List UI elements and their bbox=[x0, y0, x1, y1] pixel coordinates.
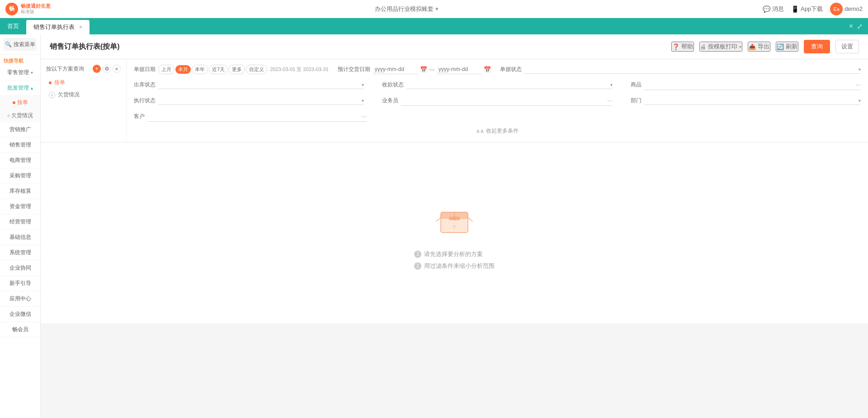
empty-tip-2: 2 用过滤条件来缩小分析范围 bbox=[414, 260, 495, 272]
sidebar-sub-item-orders[interactable]: 按单 bbox=[0, 96, 40, 109]
sidebar-sub-item-backorder[interactable]: ○ 欠货情况 bbox=[0, 109, 40, 122]
refresh-btn[interactable]: 🔄 刷新 bbox=[776, 42, 798, 52]
sidebar-item-enterprise-label: 企业协同 bbox=[9, 265, 31, 271]
exec-status-select[interactable]: ▾ bbox=[158, 97, 364, 105]
sidebar-item-guide[interactable]: 新手引导 bbox=[0, 276, 40, 291]
breadcrumb-area[interactable]: 办公用品行业模拟账套 ▾ bbox=[375, 5, 439, 13]
tab-close-icon[interactable]: × bbox=[79, 24, 82, 30]
top-bar: 畅 畅捷通好生意 标准版 办公用品行业模拟账套 ▾ 💬 消息 📱 App下载 E… bbox=[0, 0, 868, 18]
sidebar-item-system[interactable]: 系统管理 bbox=[0, 245, 40, 261]
top-bar-right: 💬 消息 📱 App下载 Ea demo2 bbox=[763, 3, 863, 15]
sidebar-item-finance[interactable]: 资金管理 bbox=[0, 199, 40, 214]
sidebar-item-inventory[interactable]: 库存核算 bbox=[0, 184, 40, 199]
export-label: 导出 bbox=[758, 43, 769, 51]
help-btn[interactable]: ❓ 帮助 bbox=[671, 42, 694, 52]
collapse-label: 收起更多条件 bbox=[486, 127, 519, 135]
sidebar-item-member[interactable]: 畅会员 bbox=[0, 322, 40, 337]
scheme-edit-btn[interactable]: ⚙ bbox=[103, 65, 111, 73]
query-btn[interactable]: 查询 bbox=[804, 40, 830, 53]
exec-status-label: 执行状态 bbox=[134, 97, 156, 104]
help-label: 帮助 bbox=[681, 43, 693, 51]
sidebar-item-operation[interactable]: 经营管理 bbox=[0, 214, 40, 230]
logo-area: 畅 畅捷通好生意 标准版 bbox=[5, 3, 51, 15]
sidebar-item-finance-label: 资金管理 bbox=[9, 203, 31, 209]
salesman-select[interactable]: ··· bbox=[401, 95, 612, 106]
forecast-date-calendar-icon[interactable]: 📅 bbox=[420, 66, 427, 73]
customer-ellipsis-icon: ··· bbox=[361, 113, 367, 120]
filter-forecast-date-group: 预计交货日期 📅 — 📅 bbox=[338, 65, 491, 74]
sidebar-item-wholesale[interactable]: 批发管理 ▴ bbox=[0, 81, 40, 96]
filter-row-3: 执行状态 ▾ 业务员 ··· 部门 bbox=[134, 95, 861, 106]
svg-line-5 bbox=[436, 218, 441, 221]
scheme-collapse-btn[interactable]: « bbox=[113, 65, 121, 73]
sidebar-item-ecommerce[interactable]: 电商管理 bbox=[0, 153, 40, 168]
app-download-btn[interactable]: 📱 App下载 bbox=[791, 5, 823, 13]
sidebar-item-marketing[interactable]: 营销推广 bbox=[0, 122, 40, 138]
scheme-add-btn[interactable]: + bbox=[93, 65, 101, 73]
breadcrumb-arrow-icon[interactable]: ▾ bbox=[435, 5, 439, 12]
sidebar-item-guide-label: 新手引导 bbox=[9, 280, 31, 286]
user-area[interactable]: Ea demo2 bbox=[830, 3, 863, 15]
tab-bar: 首页 销售订单执行表 × × ⤢ bbox=[0, 18, 868, 34]
collapse-btn[interactable]: ∧∧ 收起更多条件 bbox=[476, 127, 519, 135]
sidebar-item-retail-label: 零售管理 bbox=[7, 69, 29, 76]
sidebar-item-member-label: 畅会员 bbox=[12, 326, 28, 332]
date-tag-7days[interactable]: 近7天 bbox=[209, 65, 228, 74]
app-icon: 📱 bbox=[791, 5, 799, 13]
sidebar-item-sales[interactable]: 销售管理 bbox=[0, 138, 40, 153]
date-tag-more[interactable]: 更多 bbox=[229, 65, 245, 74]
receipt-status-select[interactable]: ▾ bbox=[406, 81, 612, 89]
sidebar-item-appstore[interactable]: 应用中心 bbox=[0, 291, 40, 307]
tab-active[interactable]: 销售订单执行表 × bbox=[26, 20, 90, 34]
filter-product: 商品 ··· bbox=[631, 80, 861, 90]
filter-customer: 客户 ··· bbox=[134, 111, 367, 122]
receipt-status-arrow-icon: ▾ bbox=[610, 82, 613, 87]
sidebar-item-sales-label: 销售管理 bbox=[9, 142, 31, 148]
forecast-date-to-input[interactable] bbox=[437, 65, 482, 74]
print-label: 按模板打印 bbox=[708, 43, 737, 51]
sidebar-item-retail[interactable]: 零售管理 ▾ bbox=[0, 65, 40, 81]
sidebar-item-ecommerce-label: 电商管理 bbox=[9, 157, 31, 163]
sidebar-search: 🔍 搜索菜单 bbox=[0, 34, 40, 55]
dept-label: 部门 bbox=[631, 97, 642, 104]
date-tag-last-month[interactable]: 上月 bbox=[158, 65, 175, 74]
filter-receipt-status: 收款状态 ▾ bbox=[382, 81, 612, 89]
content-area: 销售订单执行表(按单) ❓ 帮助 🖨 按模板打印 ▾ 📤 导出 🔄 刷新 bbox=[41, 34, 868, 418]
dept-select[interactable]: ▾ bbox=[644, 97, 861, 105]
search-menu-btn[interactable]: 🔍 搜索菜单 bbox=[4, 38, 37, 51]
scheme-item-orders-label: 按单 bbox=[54, 79, 65, 86]
scheme-item-orders[interactable]: 按单 bbox=[46, 76, 121, 89]
sidebar-item-wechat[interactable]: 企业微信 bbox=[0, 307, 40, 322]
delivery-status-select[interactable]: ▾ bbox=[158, 81, 364, 89]
sidebar: 🔍 搜索菜单 快捷导航 零售管理 ▾ 批发管理 ▴ 按单 ○ 欠货情况 营销推广 bbox=[0, 34, 41, 418]
tab-home[interactable]: 首页 bbox=[0, 18, 26, 34]
sidebar-item-purchase[interactable]: 采购管理 bbox=[0, 168, 40, 184]
export-btn[interactable]: 📤 导出 bbox=[748, 42, 770, 52]
logo-text-line1: 畅捷通好生意 bbox=[21, 3, 51, 9]
forecast-date-sep: — bbox=[429, 66, 435, 73]
settings-btn[interactable]: 设置 bbox=[835, 40, 859, 53]
date-tag-custom[interactable]: 自定义 bbox=[246, 65, 267, 74]
tip1-number: 1 bbox=[414, 251, 421, 258]
scheme-item-backorder[interactable]: ○ 欠货情况 bbox=[46, 89, 121, 101]
date-tag-this-month[interactable]: 本月 bbox=[175, 65, 191, 74]
product-ellipsis-icon: ··· bbox=[855, 81, 861, 88]
order-status-select[interactable]: ▾ bbox=[524, 66, 861, 74]
message-btn[interactable]: 💬 消息 bbox=[763, 5, 784, 13]
filter-salesman: 业务员 ··· bbox=[382, 95, 612, 106]
sidebar-item-enterprise[interactable]: 企业协同 bbox=[0, 261, 40, 276]
scheme-title: 按以下方案查询 bbox=[46, 65, 84, 73]
window-close-icon[interactable]: × bbox=[849, 22, 853, 30]
print-btn[interactable]: 🖨 按模板打印 ▾ bbox=[699, 42, 742, 52]
window-expand-icon[interactable]: ⤢ bbox=[857, 22, 863, 31]
empty-tips: 1 请先选择要分析的方案 2 用过滤条件来缩小分析范围 bbox=[414, 248, 495, 272]
sidebar-sub-dot-icon bbox=[13, 101, 15, 104]
forecast-date-from-input[interactable] bbox=[373, 65, 418, 74]
product-select[interactable]: ··· bbox=[644, 80, 861, 90]
sidebar-sub-item-backorder-label: 欠货情况 bbox=[11, 112, 33, 119]
forecast-date-calendar2-icon[interactable]: 📅 bbox=[484, 66, 491, 73]
sidebar-sub-wholesale: 按单 ○ 欠货情况 bbox=[0, 96, 40, 122]
sidebar-item-basic[interactable]: 基础信息 bbox=[0, 230, 40, 245]
customer-select[interactable]: ··· bbox=[147, 111, 367, 122]
date-tag-this-year[interactable]: 本年 bbox=[192, 65, 208, 74]
